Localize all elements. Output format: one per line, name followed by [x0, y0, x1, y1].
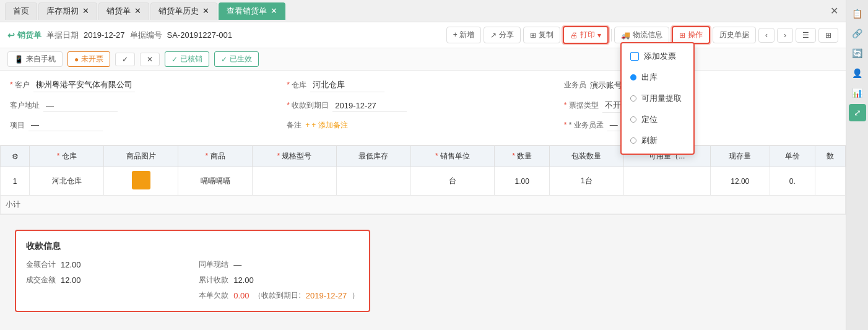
sidebar-icon-chart[interactable]: 📊 — [849, 84, 866, 102]
payment-area: 收款信息 金额合计 12.00 同单现结 — 成交金额 12.00 累计收款 1… — [0, 215, 846, 327]
sidebar-icon-doc[interactable]: 📋 — [849, 5, 866, 22]
ticket-label: 票据类型 — [564, 100, 599, 111]
subtotal-row: 小计 — [1, 196, 846, 214]
project-value[interactable]: — — [28, 119, 103, 131]
tab-home[interactable]: 首页 — [5, 2, 37, 20]
col-more: 数 — [815, 146, 845, 167]
print-button[interactable]: 🖨 打印 ▾ — [563, 26, 609, 44]
effect-status-label: 已生效 — [230, 54, 252, 64]
tab-bar: 首页 库存期初 ✕ 销货单 ✕ 销货单历史 ✕ 查看销货单 ✕ ✕ — [0, 0, 846, 22]
not-opened-button[interactable]: ● 未开票 — [67, 51, 110, 67]
layout-list-button[interactable]: ☰ — [796, 28, 816, 43]
col-gear[interactable]: ⚙ — [1, 146, 30, 167]
sidebar-icon-refresh[interactable]: 🔄 — [849, 45, 866, 62]
tab-sales-history[interactable]: 销货单历史 ✕ — [150, 2, 217, 20]
logistics-button[interactable]: 🚚 物流信息 — [614, 27, 669, 43]
history-button[interactable]: 历史单据 — [713, 27, 756, 43]
row-quantity[interactable]: 1.00 — [495, 167, 550, 196]
gear-icon: ⚙ — [12, 152, 19, 161]
confirm-button[interactable]: ✓ — [115, 53, 135, 66]
sidebar-icon-link[interactable]: 🔗 — [849, 25, 866, 42]
warehouse-label: 仓库 — [287, 80, 306, 90]
sold-status-button[interactable]: ✓ 已核销 — [165, 51, 209, 67]
nav-prev-button[interactable]: ‹ — [758, 28, 775, 43]
layout-grid-button[interactable]: ⊞ — [818, 28, 838, 43]
operation-label: 操作 — [688, 30, 703, 40]
nav-next-button[interactable]: › — [777, 28, 793, 43]
operation-button[interactable]: ⊞ 操作 — [672, 26, 710, 44]
tab-home-label: 首页 — [13, 6, 29, 17]
ticket-col: 票据类型 不开票 — [564, 98, 836, 113]
row-unit-price[interactable]: 0. — [770, 167, 815, 196]
tab-inventory-close[interactable]: ✕ — [82, 7, 89, 15]
available-qty-item[interactable]: 可用量提取 — [622, 88, 693, 109]
address-col: 客户地址 — — [10, 100, 282, 112]
copy-button[interactable]: ⊞ 复制 — [523, 27, 560, 43]
copy-label: 复制 — [539, 30, 553, 40]
row-spec[interactable] — [253, 167, 337, 196]
same-order-row: 同单现结 — — [199, 259, 359, 270]
tab-sales-close[interactable]: ✕ — [134, 7, 141, 15]
tab-sales-order[interactable]: 销货单 ✕ — [98, 2, 149, 20]
doc-info: ↩ 销货单 单据日期 2019-12-27 单据编号 SA-20191227-0… — [7, 30, 232, 41]
tab-view-close[interactable]: ✕ — [271, 7, 277, 15]
cumulative-label: 累计收款 — [199, 275, 228, 285]
row-min-stock — [336, 167, 410, 196]
doc-type-label: 销货单 — [17, 30, 41, 41]
tab-view-label: 查看销货单 — [227, 6, 267, 17]
product-table: ⚙ * 仓库 商品图片 * 商品 * 规格型号 最低库存 * 销售单位 * 数量… — [0, 145, 846, 214]
sidebar-icon-user[interactable]: 👤 — [849, 64, 866, 82]
outbound-label: 出库 — [641, 72, 658, 83]
row-product[interactable]: 嗝嗝嗝嗝 — [178, 167, 253, 196]
confirm-icon: ✓ — [122, 55, 128, 64]
outstanding-close: ） — [352, 290, 359, 301]
col-product-img: 商品图片 — [104, 146, 178, 167]
tab-inventory-init[interactable]: 库存期初 ✕ — [38, 2, 97, 20]
tab-view-sales[interactable]: 查看销货单 ✕ — [219, 2, 285, 20]
form-row-1: 客户 柳州粤港平安气体有限公司 仓库 河北仓库 业务员 演示账号 — [10, 78, 836, 92]
number-value: SA-20191227-001 — [167, 30, 233, 40]
outbound-dot-icon — [630, 74, 636, 80]
product-table-wrapper: ⚙ * 仓库 商品图片 * 商品 * 规格型号 最低库存 * 销售单位 * 数量… — [0, 145, 846, 215]
form-area: 客户 柳州粤港平安气体有限公司 仓库 河北仓库 业务员 演示账号 客户地址 — … — [0, 71, 846, 145]
plus-icon: + — [305, 121, 310, 129]
sales-employee-label: * 业务员孟 — [564, 120, 604, 131]
print-dropdown-arrow: ▾ — [597, 31, 601, 40]
locate-item[interactable]: 定位 — [622, 109, 693, 130]
due-date-value[interactable]: 2019-12-27 — [332, 100, 407, 112]
payment-title: 收款信息 — [26, 241, 359, 252]
outstanding-row: 本单欠款 0.00 （收款到期日: 2019-12-27 ） — [199, 290, 359, 301]
cancel-doc-icon: ✕ — [147, 55, 153, 64]
toolbar-divider — [611, 29, 612, 41]
col-warehouse: * 仓库 — [30, 146, 104, 167]
same-order-label: 同单现结 — [199, 259, 228, 270]
warehouse-value[interactable]: 河北仓库 — [310, 78, 384, 92]
print-label: 打印 — [580, 30, 595, 40]
project-col: 项目 — — [10, 119, 282, 131]
col-spec: * 规格型号 — [253, 146, 337, 167]
new-button[interactable]: + 新增 — [446, 27, 481, 43]
address-value[interactable]: — — [43, 100, 118, 112]
cancel-doc-button[interactable]: ✕ — [140, 53, 160, 66]
row-sales-unit: 台 — [410, 167, 495, 196]
transaction-value: 12.00 — [61, 276, 81, 285]
outbound-item[interactable]: 出库 — [622, 67, 693, 88]
share-button[interactable]: ↗ 分享 — [484, 27, 521, 43]
refresh-item[interactable]: 刷新 — [622, 130, 693, 151]
sold-status-label: 已核销 — [180, 54, 202, 64]
due-date-col: 收款到期日 2019-12-27 — [287, 100, 558, 112]
effect-status-button[interactable]: ✓ 已生效 — [214, 51, 259, 67]
transaction-label: 成交金额 — [26, 275, 56, 285]
locate-label: 定位 — [641, 114, 658, 125]
table-header-row: ⚙ * 仓库 商品图片 * 商品 * 规格型号 最低库存 * 销售单位 * 数量… — [1, 146, 846, 167]
toolbar: ↩ 销货单 单据日期 2019-12-27 单据编号 SA-20191227-0… — [0, 22, 846, 48]
toolbar-actions: + 新增 ↗ 分享 ⊞ 复制 🖨 打印 ▾ 🚚 物流信息 ⊞ 操作 — [446, 26, 838, 44]
add-invoice-item[interactable]: 添加发票 — [622, 46, 693, 67]
from-phone-button[interactable]: 📱 来自手机 — [7, 51, 63, 67]
add-note-button[interactable]: + + 添加备注 — [305, 120, 347, 131]
window-close-button[interactable]: ✕ — [828, 2, 841, 19]
customer-value[interactable]: 柳州粤港平安气体有限公司 — [33, 78, 135, 92]
sidebar-icon-expand[interactable]: ⤢ — [849, 104, 866, 121]
copy-icon: ⊞ — [530, 31, 536, 40]
tab-history-close[interactable]: ✕ — [202, 7, 209, 15]
